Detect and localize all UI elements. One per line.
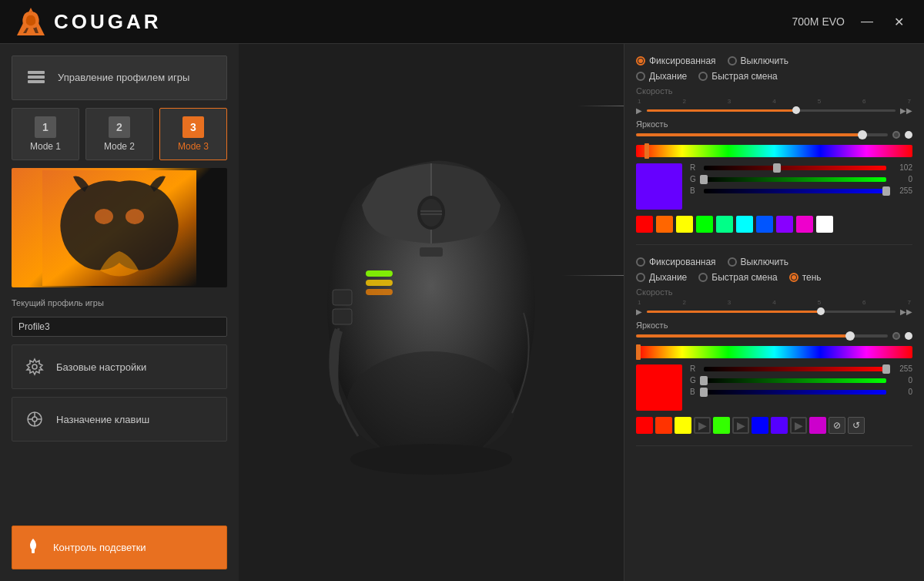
minimize-button[interactable]: —	[856, 13, 878, 30]
lighting-section-2: Фиксированная Выключить Дыхание	[636, 257, 912, 446]
svg-point-19	[420, 199, 442, 227]
swatch-magenta[interactable]	[796, 216, 813, 233]
g-slider[interactable]	[704, 177, 886, 182]
lighting-section-1: Фиксированная Выключить Дыхание	[636, 55, 912, 245]
brightness-label: Яркость	[636, 119, 912, 129]
fixed-radio[interactable]: Фиксированная	[636, 55, 716, 66]
swatch-blue[interactable]	[756, 216, 773, 233]
speed2-slider[interactable]	[647, 311, 896, 313]
brightness-container: Яркость	[636, 119, 912, 139]
sidebar: Управление профилем игры 1 Mode 1 2 Mode…	[0, 44, 239, 581]
g2-slider[interactable]	[704, 378, 886, 383]
breath-radio[interactable]: Дыхание	[636, 71, 687, 82]
swatch-refresh-tool[interactable]: ↺	[848, 417, 865, 434]
fixed2-radio[interactable]: Фиксированная	[636, 257, 716, 267]
hue-bar-2[interactable]	[636, 346, 912, 358]
swatch-yellow[interactable]	[676, 216, 693, 233]
r2-slider-row: R 255	[690, 364, 912, 373]
swatch-erase-tool[interactable]: ⊘	[829, 417, 845, 434]
breath2-radio[interactable]: Дыхание	[636, 272, 687, 283]
hue-marker-2[interactable]	[636, 344, 641, 360]
svg-point-9	[32, 364, 37, 369]
b2-value: 0	[891, 388, 912, 396]
profile-name-input[interactable]	[12, 317, 227, 337]
svg-point-11	[32, 417, 37, 421]
swatch-purple[interactable]	[776, 216, 793, 233]
off2-radio[interactable]: Выключить	[728, 257, 788, 267]
swatch-cyan[interactable]	[736, 216, 753, 233]
swatch2-empty3[interactable]: ▶	[790, 417, 807, 434]
swatch-orange[interactable]	[656, 216, 673, 233]
b2-label: B	[690, 388, 699, 396]
swatch-white[interactable]	[816, 216, 833, 233]
swatch2-violet[interactable]	[771, 417, 788, 434]
basic-settings-button[interactable]: Базовые настройки	[12, 344, 227, 389]
svg-point-29	[350, 444, 512, 475]
swatch2-empty2[interactable]: ▶	[732, 417, 749, 434]
fixed-radio-circle	[636, 56, 645, 65]
color-preview-2	[636, 364, 682, 411]
profile-mgmt-label: Управление профилем игры	[58, 72, 189, 85]
brightness2-slider[interactable]	[636, 334, 888, 338]
device-name: 700M EVO	[792, 15, 845, 28]
swatch-cyan-green[interactable]	[716, 216, 733, 233]
svg-rect-23	[366, 280, 393, 286]
svg-rect-28	[420, 247, 443, 257]
speed-slider[interactable]	[647, 109, 896, 112]
mode1-button[interactable]: 1 Mode 1	[12, 108, 79, 160]
r-label: R	[690, 163, 699, 172]
breath2-label: Дыхание	[649, 272, 687, 283]
lighting-mode-row-2: Дыхание Быстрая смена	[636, 71, 912, 82]
svg-point-6	[95, 209, 113, 224]
shadow-radio[interactable]: тень	[789, 272, 822, 283]
swatch2-magenta[interactable]	[809, 417, 826, 434]
off2-label: Выключить	[741, 257, 788, 267]
close-button[interactable]: ✕	[889, 13, 909, 31]
off-radio[interactable]: Выключить	[728, 55, 788, 66]
hue-bar-1[interactable]	[636, 145, 912, 157]
swatch2-empty1[interactable]: ▶	[694, 417, 711, 434]
profile-image	[12, 168, 227, 287]
off2-radio-circle	[728, 257, 737, 267]
swatch-green[interactable]	[696, 216, 713, 233]
b2-slider-row: B 0	[690, 388, 912, 396]
r2-slider[interactable]	[704, 367, 886, 371]
r-slider[interactable]	[704, 166, 886, 170]
mode-buttons: 1 Mode 1 2 Mode 2 3 Mode 3	[12, 108, 227, 160]
g-value: 0	[891, 175, 912, 183]
shadow-label: тень	[802, 272, 822, 283]
b2-slider[interactable]	[704, 390, 886, 395]
mode3-button[interactable]: 3 Mode 3	[159, 108, 227, 160]
svg-rect-3	[28, 76, 45, 79]
swatch2-blue[interactable]	[752, 417, 768, 434]
fixed2-label: Фиксированная	[649, 257, 716, 267]
mode2-button[interactable]: 2 Mode 2	[85, 108, 153, 160]
swatch2-red[interactable]	[636, 417, 653, 434]
slow-arrow: ▶	[636, 106, 642, 115]
swatch2-orange-red[interactable]	[655, 417, 672, 434]
lighting-control-button[interactable]: Контроль подсветки	[12, 526, 227, 569]
connector-line-1	[578, 106, 624, 106]
off-radio-circle	[728, 56, 737, 65]
breath-radio-circle	[636, 72, 645, 81]
mode2-num: 2	[109, 116, 130, 138]
svg-rect-24	[366, 289, 393, 295]
logo-area: COUGAR	[15, 6, 162, 37]
fast-arrow: ▶▶	[900, 106, 912, 115]
profile-management-button[interactable]: Управление профилем игры	[12, 55, 227, 100]
hue-marker-1[interactable]	[644, 143, 649, 159]
fast-change-radio[interactable]: Быстрая смена	[698, 71, 777, 82]
b-slider[interactable]	[704, 189, 886, 193]
key-assignment-button[interactable]: Назначение клавиш	[12, 397, 227, 442]
swatch-red[interactable]	[636, 216, 653, 233]
svg-point-27	[346, 351, 516, 459]
swatch2-green[interactable]	[713, 417, 730, 434]
brightness-slider[interactable]	[636, 133, 888, 136]
color-preview-1	[636, 163, 682, 210]
fast-change2-radio[interactable]: Быстрая смена	[698, 272, 777, 283]
brightness2-slider-row	[636, 332, 912, 340]
r-slider-row: R 102	[690, 163, 912, 172]
lighting-icon	[24, 537, 42, 558]
mode1-label: Mode 1	[30, 141, 61, 152]
swatch2-yellow[interactable]	[675, 417, 691, 434]
